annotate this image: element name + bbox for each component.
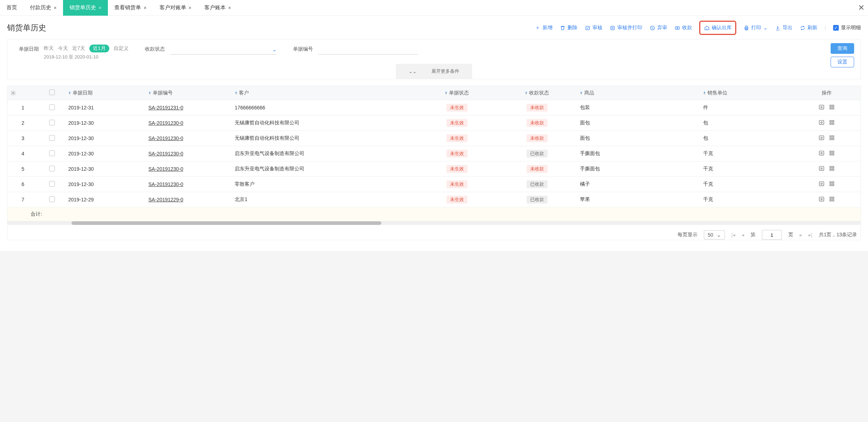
col-product-label: 商品 <box>584 90 594 96</box>
close-icon[interactable]: × <box>99 5 101 11</box>
date-quick-last-month[interactable]: 近1月 <box>89 45 109 52</box>
svg-point-46 <box>821 198 822 200</box>
row-select[interactable] <box>38 100 66 115</box>
close-all-tabs-icon[interactable]: ✕ <box>858 3 864 12</box>
col-unit-label: 销售单位 <box>707 90 727 96</box>
show-detail-toggle[interactable]: ✓显示明细 <box>833 25 861 31</box>
cell-ops <box>793 192 861 207</box>
cell-pay-status: 未收款 <box>497 131 577 146</box>
row-index: 5 <box>7 161 38 177</box>
svg-rect-30 <box>832 151 834 153</box>
add-button[interactable]: ＋新增 <box>535 25 553 31</box>
view-icon[interactable] <box>819 196 825 202</box>
table-row: 72019-12-29SA-20191229-0北京1未生效已收款苹果千克 <box>7 192 861 207</box>
view-icon[interactable] <box>819 150 825 156</box>
col-unit[interactable]: 销售单位 <box>700 86 793 100</box>
docno-input[interactable] <box>318 45 418 55</box>
export-button[interactable]: 导出 <box>775 25 793 31</box>
col-docno[interactable]: 单据编号 <box>146 86 232 100</box>
last-page-button[interactable]: ▸| <box>809 232 812 238</box>
cell-docno[interactable]: SA-20191230-0 <box>146 131 232 146</box>
tab-0[interactable]: 首页 <box>0 0 23 16</box>
svg-rect-14 <box>832 108 834 109</box>
tab-label: 付款历史 <box>30 4 51 11</box>
view-icon[interactable] <box>819 104 825 110</box>
close-icon[interactable]: × <box>228 5 231 11</box>
first-page-button[interactable]: |◂ <box>731 232 735 238</box>
print-button[interactable]: 打印⌄ <box>743 25 768 31</box>
date-quick-yesterday[interactable]: 昨天 <box>44 45 54 52</box>
tabs-bar: 首页付款历史×销货单历史×查看销货单×客户对账单×客户账本× ✕ <box>0 0 868 16</box>
more-icon[interactable] <box>829 104 835 110</box>
delete-button[interactable]: 删除 <box>560 25 577 31</box>
col-product[interactable]: 商品 <box>577 86 700 100</box>
tab-5[interactable]: 客户账本× <box>198 0 237 16</box>
row-select[interactable] <box>38 146 66 161</box>
row-select[interactable] <box>38 131 66 146</box>
cell-doc-status: 未生效 <box>417 146 497 161</box>
more-icon[interactable] <box>829 165 835 171</box>
cell-pay-status: 未收款 <box>497 115 577 131</box>
receipt-button[interactable]: 收款 <box>674 25 692 31</box>
query-button[interactable]: 查询 <box>831 43 854 54</box>
cell-docno[interactable]: SA-20191230-0 <box>146 161 232 177</box>
view-icon[interactable] <box>819 135 825 141</box>
row-select[interactable] <box>38 192 66 207</box>
cell-ops <box>793 146 861 161</box>
view-icon[interactable] <box>819 165 825 171</box>
col-settings[interactable] <box>7 86 38 100</box>
more-icon[interactable] <box>829 150 835 156</box>
per-page-select[interactable]: 50⌄ <box>704 230 725 240</box>
checkbox-icon <box>49 166 55 171</box>
cell-docno[interactable]: SA-20191230-0 <box>146 177 232 192</box>
confirm-out-button[interactable]: 确认出库 <box>699 21 736 35</box>
close-icon[interactable]: × <box>189 5 192 11</box>
cell-customer: 零散客户 <box>232 177 417 192</box>
col-customer-label: 客户 <box>239 90 249 96</box>
row-select[interactable] <box>38 161 66 177</box>
audit-print-button[interactable]: 审核并打印 <box>610 25 642 31</box>
tab-3[interactable]: 查看销货单× <box>108 0 153 16</box>
settings-button[interactable]: 设置 <box>831 57 854 67</box>
col-doc-status[interactable]: 单据状态 <box>417 86 497 100</box>
scrollbar-thumb[interactable] <box>72 221 381 225</box>
page-input[interactable] <box>762 230 782 240</box>
next-page-button[interactable]: ▸ <box>800 232 802 238</box>
table-row: 22019-12-30SA-20191230-0无锡康哲自动化科技有限公司未生效… <box>7 115 861 131</box>
tab-1[interactable]: 付款历史× <box>23 0 63 16</box>
tab-2[interactable]: 销货单历史× <box>63 0 108 16</box>
refresh-button[interactable]: 刷新 <box>800 25 817 31</box>
close-icon[interactable]: × <box>143 5 146 11</box>
horizontal-scrollbar[interactable] <box>7 221 861 225</box>
pay-status-select[interactable]: ⌄ <box>170 45 277 55</box>
cell-docno[interactable]: SA-20191231-0 <box>146 100 232 115</box>
more-icon[interactable] <box>829 196 835 202</box>
row-select[interactable] <box>38 115 66 131</box>
prev-page-button[interactable]: ◂ <box>742 232 744 238</box>
tab-4[interactable]: 客户对账单× <box>153 0 198 16</box>
date-quick-last7[interactable]: 近7天 <box>72 45 85 52</box>
more-icon[interactable] <box>829 181 835 187</box>
svg-rect-23 <box>830 136 831 137</box>
cell-docno[interactable]: SA-20191230-0 <box>146 146 232 161</box>
filter-pay-status-group: 收款状态 ⌄ <box>143 45 277 55</box>
col-select-all[interactable] <box>38 86 66 100</box>
date-range-text: 2019-12-10 至 2020-01-10 <box>44 54 129 60</box>
date-quick-custom[interactable]: 自定义 <box>114 45 129 52</box>
close-icon[interactable]: × <box>54 5 57 11</box>
more-icon[interactable] <box>829 119 835 125</box>
date-quick-today[interactable]: 今天 <box>58 45 68 52</box>
cell-docno[interactable]: SA-20191229-0 <box>146 192 232 207</box>
col-customer[interactable]: 客户 <box>232 86 417 100</box>
expand-more-button[interactable]: ⌄⌄展开更多条件 <box>396 64 472 79</box>
cell-docno[interactable]: SA-20191230-0 <box>146 115 232 131</box>
view-icon[interactable] <box>819 119 825 125</box>
checkbox-icon <box>49 104 55 110</box>
col-pay-status[interactable]: 收款状态 <box>497 86 577 100</box>
more-icon[interactable] <box>829 135 835 141</box>
audit-button[interactable]: 审核 <box>585 25 602 31</box>
view-icon[interactable] <box>819 181 825 187</box>
unaudit-button[interactable]: 弃审 <box>649 25 667 31</box>
row-select[interactable] <box>38 177 66 192</box>
col-date[interactable]: 单据日期 <box>66 86 146 100</box>
